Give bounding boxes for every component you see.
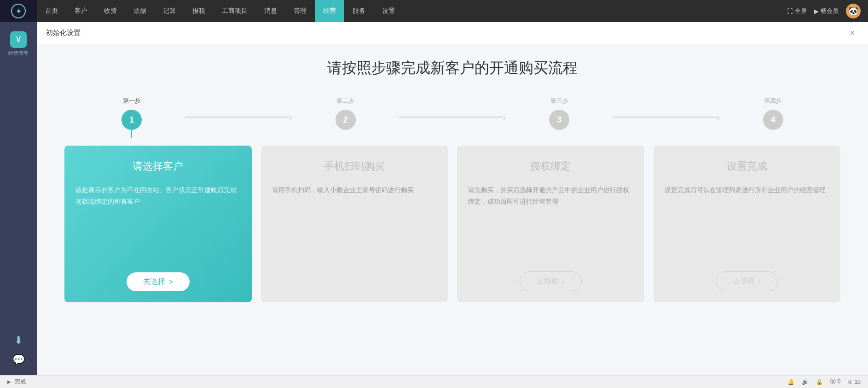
step2-tail [345, 130, 346, 138]
step3-circle: 3 [549, 110, 569, 130]
nav-service[interactable]: 服务 [344, 0, 374, 22]
nav-settings[interactable]: 设置 [374, 0, 403, 22]
main-heading: 请按照步骤完成新客户的开通购买流程 [64, 58, 840, 78]
step4-label: 第四步 [764, 97, 782, 105]
step3-label: 第三步 [550, 97, 568, 105]
step1-btn-arrow: > [169, 278, 173, 286]
step3-action-button[interactable]: 去授权 › [520, 271, 582, 291]
status-bar-left: ▶ 完成 [7, 378, 26, 386]
logo-icon: ✦ [11, 4, 26, 18]
step1-tail [131, 130, 132, 138]
sidebar-item-operation[interactable]: ¥ 经营管理 [8, 31, 29, 57]
nav-fee[interactable]: 收费 [96, 0, 125, 22]
step1-btn-label: 去选择 [143, 277, 165, 287]
connector-2-3: › [399, 97, 506, 122]
step2-card-body: 请用手机扫码，输入小微企业主账号密码进行购买 [272, 184, 437, 291]
sidebar: ¥ 经营管理 ⬇ 💬 [0, 22, 37, 375]
step2-label: 第二步 [336, 97, 354, 105]
download-icon: ⬇ [14, 335, 23, 347]
vip-button[interactable]: ▶ 畅会员 [814, 7, 839, 15]
fullscreen-icon: ⛶ [787, 8, 793, 15]
fullscreen-label: 全屏 [795, 7, 807, 15]
status-count-1: ① 10 [848, 379, 861, 385]
status-count-0: ⓪ 0 [830, 378, 840, 386]
top-nav: ✦ 首页 客户 收费 票据 记账 报税 工商项目 消息 管理 经营 服务 设置 … [0, 0, 868, 22]
page-title: 初始化设置 [46, 29, 81, 37]
cards-row: 请选择客户 该处展示的客户为不在回收站、客户状态正常建账后完成老板端绑定的所有客… [64, 146, 840, 302]
yen-icon: ¥ [10, 31, 27, 48]
play-button[interactable]: ▶ [7, 379, 11, 384]
step4-card: 设置完成 设置完成后可以在管理列表进行所有企业用户的经营管理 去管理 › [654, 146, 841, 302]
nav-home[interactable]: 首页 [37, 0, 66, 22]
step1-card-body: 该处展示的客户为不在回收站、客户状态正常建账后完成老板端绑定的所有客户 [75, 184, 241, 261]
close-button[interactable]: × [846, 27, 859, 40]
step3-tail [559, 130, 560, 138]
step1-card-title: 请选择客户 [75, 159, 241, 173]
content-area: 请按照步骤完成新客户的开通购买流程 第一步 1 › 第二步 2 [37, 44, 868, 316]
nav-items: 首页 客户 收费 票据 记账 报税 工商项目 消息 管理 经营 服务 设置 [37, 0, 787, 22]
step4-card-body: 设置完成后可以在管理列表进行所有企业用户的经营管理 [665, 184, 830, 260]
status-bar-right: 🔔 🔊 🔒 ⓪ 0 ① 10 [787, 378, 861, 386]
step4-card-title: 设置完成 [665, 159, 830, 173]
step3-btn-label: 去授权 [537, 276, 559, 286]
step2-card-title: 手机扫码购买 [272, 159, 437, 173]
connector-1-2: › [185, 97, 292, 122]
step3-btn-arrow: › [562, 277, 565, 286]
nav-business[interactable]: 工商项目 [214, 0, 256, 22]
nav-bill[interactable]: 票据 [125, 0, 155, 22]
step1-label: 第一步 [123, 97, 141, 105]
step1-header: 第一步 1 [78, 97, 185, 138]
step1-card: 请选择客户 该处展示的客户为不在回收站、客户状态正常建账后完成老板端绑定的所有客… [64, 146, 252, 302]
status-label: 完成 [15, 378, 26, 386]
support-icon: 💬 [12, 354, 25, 366]
nav-message[interactable]: 消息 [256, 0, 285, 22]
nav-accounting[interactable]: 记账 [155, 0, 184, 22]
nav-right: ⛶ 全屏 ▶ 畅会员 🐼 [787, 4, 861, 18]
step2-card: 手机扫码购买 请用手机扫码，输入小微企业主账号密码进行购买 [261, 146, 448, 302]
step2-header: 第二步 2 [292, 97, 399, 138]
nav-customer[interactable]: 客户 [66, 0, 96, 22]
connector-3-4: › [613, 97, 719, 122]
step1-circle: 1 [122, 110, 142, 130]
vip-label: 畅会员 [821, 7, 839, 15]
sidebar-item-label: 经营管理 [8, 50, 29, 57]
nav-tax[interactable]: 报税 [184, 0, 214, 22]
step4-header: 第四步 4 [720, 97, 827, 138]
steps-progress: 第一步 1 › 第二步 2 › 第三步 [64, 97, 840, 138]
step4-tail [773, 130, 774, 138]
lock-icon[interactable]: 🔒 [816, 379, 823, 385]
main-content: 初始化设置 × 请按照步骤完成新客户的开通购买流程 第一步 1 › 第二步 2 [37, 22, 868, 375]
step4-circle: 4 [763, 110, 783, 130]
step4-btn-label: 去管理 [733, 276, 755, 286]
sidebar-support[interactable]: 💬 [12, 354, 25, 366]
sidebar-download[interactable]: ⬇ [14, 335, 23, 347]
step3-card-body: 请先购买，购买后选择开通的产品中的企业用户进行授权绑定，成功后即可进行经营管理 [468, 184, 633, 260]
avatar[interactable]: 🐼 [846, 4, 861, 18]
nav-operation[interactable]: 经营 [315, 0, 344, 22]
volume-icon[interactable]: 🔊 [802, 379, 809, 385]
step3-header: 第三步 3 [506, 97, 613, 138]
fullscreen-button[interactable]: ⛶ 全屏 [787, 7, 807, 15]
notification-icon[interactable]: 🔔 [787, 379, 794, 385]
logo-area: ✦ [0, 0, 37, 22]
step3-card-title: 授权绑定 [468, 159, 633, 173]
page-header: 初始化设置 × [37, 22, 868, 44]
nav-manage[interactable]: 管理 [285, 0, 315, 22]
vip-icon: ▶ [814, 8, 819, 15]
step4-btn-arrow: › [758, 277, 761, 286]
step2-circle: 2 [336, 110, 356, 130]
step3-card: 授权绑定 请先购买，购买后选择开通的产品中的企业用户进行授权绑定，成功后即可进行… [457, 146, 644, 302]
status-bar: ▶ 完成 🔔 🔊 🔒 ⓪ 0 ① 10 [0, 375, 868, 388]
step4-action-button[interactable]: 去管理 › [716, 271, 778, 291]
sidebar-bottom: ⬇ 💬 [12, 335, 25, 375]
step1-action-button[interactable]: 去选择 > [127, 272, 190, 291]
